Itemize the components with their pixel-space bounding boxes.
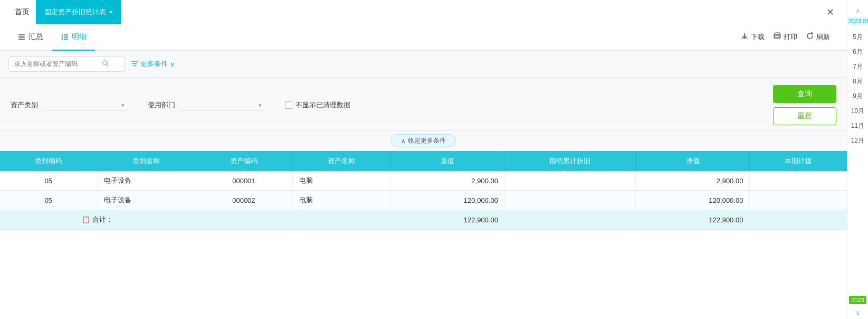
row1-original-value: 2,900.00 [390,171,505,191]
filter-row: 资产类别 使用部门 [11,85,836,125]
close-tab-button[interactable]: × [109,8,113,16]
search-icon [102,60,109,69]
download-button[interactable]: 下载 [740,32,765,42]
active-tab-label: 固定资产折旧统计表 [44,7,106,17]
tab-detail[interactable]: 明细 [52,24,95,51]
sidebar-month-6[interactable]: 6月 [847,44,869,59]
category-select[interactable] [42,100,127,110]
total-current-dep [750,210,847,230]
row2-current-dep [750,191,847,210]
svg-rect-8 [64,39,68,40]
sub-tabs: 汇总 明细 [0,24,847,51]
print-label: 打印 [784,32,797,42]
right-sidebar: ∧ 2023.01 5月 6月 7月 8月 9月 10月 11月 12月 202… [847,0,868,319]
download-icon [740,32,749,42]
row2-asset-code: 000002 [195,191,292,210]
refresh-icon [806,32,814,42]
chevron-up-icon: ∧ [401,137,406,145]
search-bar: 更多条件 ∨ [0,51,847,78]
action-buttons: 查询 重置 [773,85,836,125]
filter-category: 资产类别 [11,100,127,110]
no-cleared-checkbox[interactable]: 不显示已清理数据 [285,100,350,110]
svg-point-7 [62,39,63,40]
category-select-wrap[interactable] [42,100,127,110]
th-category-code: 类别编码 [0,151,97,171]
more-conditions-button[interactable]: 更多条件 ∨ [131,59,175,69]
total-net-value: 122,900.00 [635,210,750,230]
year-badge[interactable]: 2023 [849,296,866,304]
department-select-wrap[interactable] [179,100,264,110]
no-cleared-label: 不显示已清理数据 [295,100,350,110]
row1-asset-name: 电脑 [293,171,390,191]
total-accumulated-dep [504,210,635,230]
list-icon [60,32,70,42]
tab-summary[interactable]: 汇总 [8,24,52,50]
sidebar-month-9[interactable]: 9月 [847,89,869,104]
filter-panel: 资产类别 使用部门 [0,78,847,131]
data-table-wrap: 类别编码 类别名称 资产编码 资产名称 原值 期初累计折旧 净值 本期计提 05… [0,151,847,319]
total-empty2 [293,210,390,230]
sidebar-month-10[interactable]: 10月 [847,104,869,118]
svg-rect-1 [18,36,25,38]
th-asset-code: 资产编码 [195,151,292,171]
total-empty1 [195,210,292,230]
svg-rect-0 [18,34,25,35]
row2-asset-name: 电脑 [293,191,390,210]
active-tab[interactable]: 固定资产折旧统计表 × [36,0,121,24]
row2-net-value: 120,000.00 [635,191,750,210]
query-button[interactable]: 查询 [773,85,836,103]
department-label: 使用部门 [148,100,175,110]
print-button[interactable]: 打印 [773,32,797,42]
row1-current-dep [750,171,847,191]
close-window-button[interactable]: ✕ [822,6,838,18]
total-row: 📋 合计： 122,900.00 122,900.00 [0,210,847,230]
top-nav: 首页 固定资产折旧统计表 × ✕ [0,0,847,24]
row2-category-name: 电子设备 [97,191,195,210]
home-tab[interactable]: 首页 [8,7,36,17]
reset-button[interactable]: 重置 [773,107,836,125]
more-conditions-label: 更多条件 [140,59,168,69]
row1-accumulated-dep [504,171,635,191]
sidebar-month-8[interactable]: 8月 [847,74,869,89]
collapse-more-button[interactable]: ∧ 收起更多条件 [391,134,456,147]
svg-point-3 [62,34,63,36]
tab-detail-label: 明细 [72,32,87,42]
th-net-value: 净值 [635,151,750,171]
th-accumulated-dep: 期初累计折旧 [504,151,635,171]
filter-department: 使用部门 [148,100,264,110]
sidebar-date-label[interactable]: 2023.01 [848,17,867,25]
th-asset-name: 资产名称 [293,151,390,171]
data-table: 类别编码 类别名称 资产编码 资产名称 原值 期初累计折旧 净值 本期计提 05… [0,151,847,230]
collapse-more-label: 收起更多条件 [408,136,446,145]
total-label: 合计： [92,215,113,223]
row1-net-value: 2,900.00 [635,171,750,191]
row1-asset-code: 000001 [195,171,292,191]
row2-accumulated-dep [504,191,635,210]
print-icon [773,32,781,42]
search-input[interactable] [14,60,99,68]
table-row: 05 电子设备 000002 电脑 120,000.00 120,000.00 [0,191,847,210]
filter-icon [131,60,138,69]
th-category-name: 类别名称 [97,151,195,171]
refresh-button[interactable]: 刷新 [806,32,830,42]
sidebar-month-11[interactable]: 11月 [847,118,869,133]
row1-category-name: 电子设备 [97,171,195,191]
svg-point-5 [62,36,63,38]
total-icon-cell: 📋 合计： [0,210,195,230]
sidebar-month-12[interactable]: 12月 [847,133,869,148]
sidebar-month-5[interactable]: 5月 [847,30,869,44]
table-header-row: 类别编码 类别名称 资产编码 资产名称 原值 期初累计折旧 净值 本期计提 [0,151,847,171]
checkbox-icon [285,101,292,109]
row2-category-code: 05 [0,191,97,210]
search-input-wrap[interactable] [8,56,125,72]
sidebar-up-arrow[interactable]: ∧ [850,4,866,17]
department-select[interactable] [179,100,264,110]
row2-original-value: 120,000.00 [390,191,505,210]
tab-summary-label: 汇总 [28,32,43,42]
sidebar-month-7[interactable]: 7月 [847,59,869,74]
refresh-label: 刷新 [816,32,830,42]
total-original-value: 122,900.00 [390,210,505,230]
sidebar-down-arrow[interactable]: ∨ [850,306,866,319]
svg-rect-6 [64,36,68,37]
more-conditions-chevron: ∨ [170,60,175,68]
